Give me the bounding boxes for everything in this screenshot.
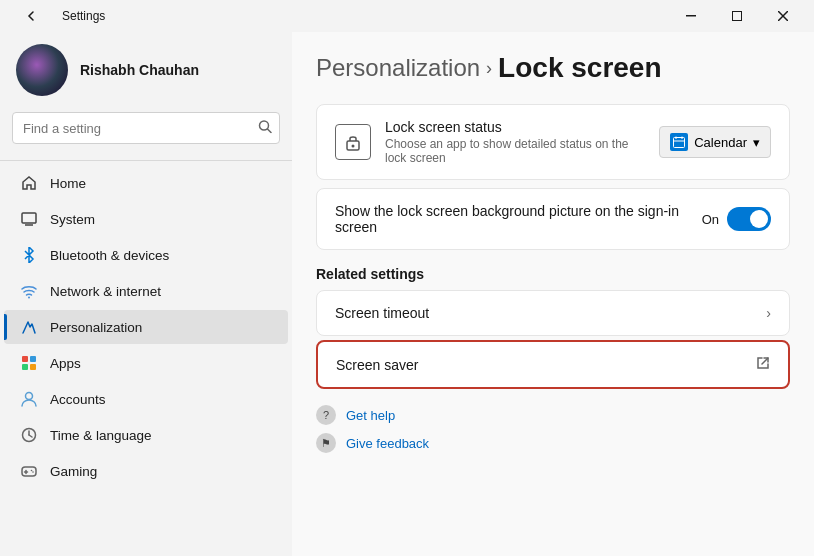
sidebar-item-system[interactable]: System [4, 202, 288, 236]
title-bar-controls [668, 0, 806, 32]
toggle-right: On [702, 207, 771, 231]
give-feedback-icon: ⚑ [316, 433, 336, 453]
sidebar-item-time[interactable]: Time & language [4, 418, 288, 452]
lock-status-text: Lock screen status Choose an app to show… [385, 119, 645, 165]
toggle-knob [750, 210, 768, 228]
svg-rect-10 [30, 356, 36, 362]
apps-icon [20, 354, 38, 372]
user-name: Rishabh Chauhan [80, 62, 199, 78]
screen-timeout-label: Screen timeout [335, 305, 429, 321]
external-link-icon [756, 356, 770, 373]
search-input[interactable] [12, 112, 280, 144]
sidebar-divider [0, 160, 292, 161]
svg-line-28 [762, 358, 768, 364]
svg-point-20 [31, 470, 33, 472]
minimize-button[interactable] [668, 0, 714, 32]
calendar-label: Calendar [694, 135, 747, 150]
sidebar-item-apps[interactable]: Apps [4, 346, 288, 380]
bluetooth-icon [20, 246, 38, 264]
back-button[interactable] [8, 0, 54, 32]
sidebar-item-accounts[interactable]: Accounts [4, 382, 288, 416]
title-bar: Settings [0, 0, 814, 32]
maximize-button[interactable] [714, 0, 760, 32]
sidebar-item-network-label: Network & internet [50, 284, 161, 299]
svg-rect-0 [686, 15, 696, 17]
search-container [12, 112, 280, 144]
sidebar-item-network[interactable]: Network & internet [4, 274, 288, 308]
breadcrumb-current: Lock screen [498, 52, 661, 84]
screen-saver-label: Screen saver [336, 357, 418, 373]
svg-rect-9 [22, 356, 28, 362]
svg-line-16 [29, 435, 32, 437]
svg-point-13 [26, 393, 33, 400]
breadcrumb-parent: Personalization [316, 54, 480, 82]
sidebar-item-personalization[interactable]: Personalization [4, 310, 288, 344]
sign-in-background-label: Show the lock screen background picture … [335, 203, 702, 235]
sidebar: Rishabh Chauhan Home [0, 32, 292, 556]
title-bar-title: Settings [62, 9, 105, 23]
sidebar-item-home-label: Home [50, 176, 86, 191]
toggle-on-text: On [702, 212, 719, 227]
time-icon [20, 426, 38, 444]
lock-screen-icon [335, 124, 371, 160]
get-help-link[interactable]: ? Get help [316, 405, 790, 425]
svg-rect-24 [674, 138, 685, 148]
sidebar-item-bluetooth-label: Bluetooth & devices [50, 248, 169, 263]
close-button[interactable] [760, 0, 806, 32]
system-icon [20, 210, 38, 228]
sign-in-background-card: Show the lock screen background picture … [316, 188, 790, 250]
sidebar-item-bluetooth[interactable]: Bluetooth & devices [4, 238, 288, 272]
svg-rect-12 [30, 364, 36, 370]
calendar-chevron: ▾ [753, 135, 760, 150]
svg-rect-6 [22, 213, 36, 223]
calendar-dropdown[interactable]: Calendar ▾ [659, 126, 771, 158]
lock-status-card: Lock screen status Choose an app to show… [316, 104, 790, 180]
sidebar-item-personalization-label: Personalization [50, 320, 142, 335]
get-help-label: Get help [346, 408, 395, 423]
calendar-icon [670, 133, 688, 151]
screen-saver-row[interactable]: Screen saver [316, 340, 790, 389]
main-layout: Rishabh Chauhan Home [0, 32, 814, 556]
sidebar-item-apps-label: Apps [50, 356, 81, 371]
svg-point-8 [28, 297, 30, 299]
sidebar-item-accounts-label: Accounts [50, 392, 106, 407]
home-icon [20, 174, 38, 192]
personalization-icon [20, 318, 38, 336]
svg-line-5 [268, 129, 272, 133]
svg-point-21 [32, 471, 34, 473]
sidebar-item-home[interactable]: Home [4, 166, 288, 200]
breadcrumb-separator: › [486, 58, 492, 79]
svg-rect-1 [733, 12, 742, 21]
give-feedback-label: Give feedback [346, 436, 429, 451]
sidebar-item-gaming-label: Gaming [50, 464, 97, 479]
get-help-icon: ? [316, 405, 336, 425]
related-settings-heading: Related settings [316, 266, 790, 282]
background-toggle[interactable] [727, 207, 771, 231]
sidebar-item-time-label: Time & language [50, 428, 152, 443]
lock-status-desc: Choose an app to show detailed status on… [385, 137, 645, 165]
user-profile[interactable]: Rishabh Chauhan [0, 32, 292, 112]
gaming-icon [20, 462, 38, 480]
svg-rect-11 [22, 364, 28, 370]
lock-status-title: Lock screen status [385, 119, 645, 135]
accounts-icon [20, 390, 38, 408]
avatar [16, 44, 68, 96]
right-panel: Personalization › Lock screen Lock scree… [292, 32, 814, 556]
sidebar-item-gaming[interactable]: Gaming [4, 454, 288, 488]
network-icon [20, 282, 38, 300]
svg-point-23 [352, 145, 355, 148]
footer-links: ? Get help ⚑ Give feedback [316, 405, 790, 453]
search-icon [258, 120, 272, 137]
give-feedback-link[interactable]: ⚑ Give feedback [316, 433, 790, 453]
screen-timeout-chevron: › [766, 305, 771, 321]
breadcrumb: Personalization › Lock screen [316, 52, 790, 84]
sidebar-item-system-label: System [50, 212, 95, 227]
screen-timeout-row[interactable]: Screen timeout › [316, 290, 790, 336]
